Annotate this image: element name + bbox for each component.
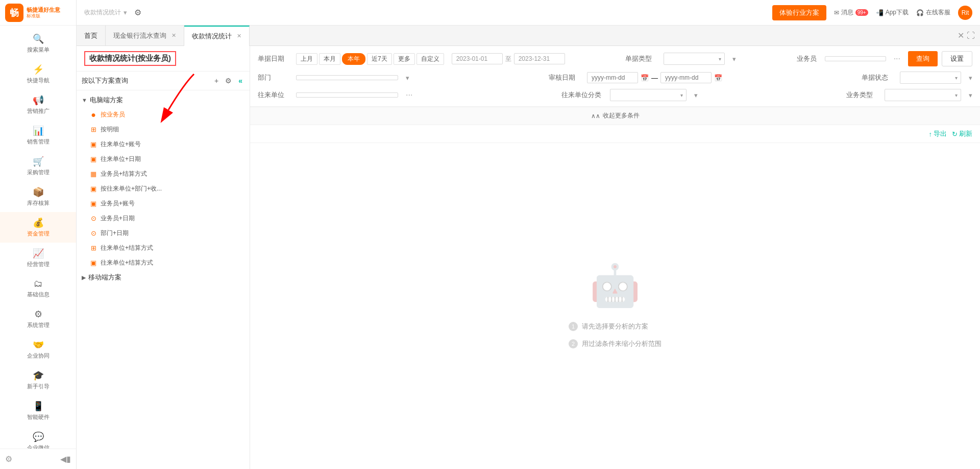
wechat-icon: 💬: [33, 431, 44, 442]
date-range: 至: [452, 53, 565, 64]
last-7-btn[interactable]: 近7天: [367, 53, 392, 65]
scheme-item-partner-date[interactable]: ▣ 往来单位+日期: [77, 152, 250, 167]
scheme-item-partner-settlement1[interactable]: ⊞ 往来单位+结算方式: [77, 241, 250, 255]
sidebar-item-purchase[interactable]: 🛒 采购管理: [0, 151, 76, 181]
dept-input[interactable]: [296, 75, 398, 80]
last-month-btn[interactable]: 上月: [296, 53, 317, 65]
sales-icon: 📊: [33, 125, 44, 136]
more-date-btn[interactable]: 更多: [394, 53, 415, 65]
partner-category-label: 往来单位分类: [561, 90, 602, 100]
scheme-item-by-detail[interactable]: ⊞ 按明细: [77, 122, 250, 137]
sidebar-item-marketing[interactable]: 📢 营销推广: [0, 89, 76, 120]
empty-state: 🤖 1 请先选择要分析的方案 2 用过滤条件来缩小分析范围: [250, 143, 980, 469]
sidebar-item-smart-hw[interactable]: 📱 智能硬件: [0, 395, 76, 426]
this-month-btn[interactable]: 本月: [319, 53, 340, 65]
scheme-item-partner-dept[interactable]: ▣ 按往来单位+部门+收...: [77, 181, 250, 196]
sidebar-item-operations[interactable]: 📈 经营管理: [0, 243, 76, 273]
refresh-button[interactable]: ↻ 刷新: [952, 129, 972, 138]
review-date-control: 📅 — 📅: [587, 72, 722, 83]
export-button[interactable]: ↑ 导出: [929, 129, 947, 138]
tabbar: 首页 现金银行流水查询 ✕ 收款情况统计 ✕ ✕ ⛶: [77, 26, 980, 46]
topbar-settings-btn[interactable]: ⚙: [132, 7, 143, 18]
mobile-arrow-icon: ▶: [82, 274, 86, 281]
date-from-input[interactable]: [452, 53, 503, 64]
smart-hw-icon: 📱: [33, 401, 44, 412]
operations-icon: 📈: [33, 248, 44, 259]
empty-steps-list: 1 请先选择要分析的方案 2 用过滤条件来缩小分析范围: [569, 320, 662, 350]
sidebar-bottom: ⚙ ◀▮: [0, 449, 76, 469]
scheme-group-desktop-header[interactable]: ▼ 电脑端方案: [77, 93, 250, 107]
business-type-expand-icon: ▾: [969, 91, 972, 99]
salesperson-more-icon[interactable]: ···: [894, 54, 900, 63]
tab-close-all-btn[interactable]: ✕: [958, 31, 964, 40]
business-type-select[interactable]: [885, 89, 961, 101]
user-avatar[interactable]: Rit: [958, 6, 972, 20]
tab-bank-flow[interactable]: 现金银行流水查询 ✕: [106, 26, 184, 46]
refresh-icon: ↻: [952, 130, 958, 138]
sidebar-item-system[interactable]: ⚙ 系统管理: [0, 303, 76, 334]
doc-status-select-wrapper: [900, 72, 961, 84]
desktop-scheme-items: ● 按业务员 ⊞ 按明细 ▣ 往来单位+账号 ▣: [77, 107, 250, 270]
app-download-area[interactable]: 📲 App下载: [876, 8, 909, 17]
scheme-item-salesperson-settlement[interactable]: ▦ 业务员+结算方式: [77, 167, 250, 181]
sidebar-item-finance[interactable]: 💰 资金管理: [0, 212, 76, 243]
inventory-icon: 📦: [33, 186, 44, 198]
sidebar-item-wechat[interactable]: 💬 企业微信: [0, 426, 76, 449]
scheme-item-salesperson-account[interactable]: ▣ 业务员+账号: [77, 196, 250, 211]
sidebar-item-sales[interactable]: 📊 销售管理: [0, 120, 76, 151]
topbar-right: 体验行业方案 ✉ 消息 99+ 📲 App下载 🎧 在线客服 Rit: [772, 5, 972, 20]
online-service-area[interactable]: 🎧 在线客服: [916, 8, 950, 17]
scheme-item-salesperson-date[interactable]: ⊙ 业务员+日期: [77, 211, 250, 226]
dept-label: 部门: [258, 73, 288, 82]
sidebar-collapse-btn[interactable]: ◀▮: [60, 454, 71, 464]
sidebar-settings-btn[interactable]: ⚙: [5, 454, 12, 464]
filter-section: 单据日期 上月 本月 本年 近7天 更多 自定义 至: [250, 46, 980, 124]
tab-home[interactable]: 首页: [77, 26, 106, 46]
sidebar-item-guide[interactable]: 🎓 新手引导: [0, 365, 76, 395]
sidebar-item-cooperation[interactable]: 🤝 企业协同: [0, 334, 76, 365]
tab-collection-stats-close[interactable]: ✕: [237, 33, 241, 39]
scheme-group-mobile-header[interactable]: ▶ 移动端方案: [77, 270, 250, 285]
doc-type-select[interactable]: [664, 53, 725, 65]
marketing-icon: 📢: [33, 95, 44, 106]
sidebar-item-inventory[interactable]: 📦 库存核算: [0, 181, 76, 212]
doc-status-expand-icon: ▾: [969, 74, 972, 82]
date-to-input[interactable]: [514, 53, 565, 64]
scheme-item-by-salesperson[interactable]: ● 按业务员: [77, 107, 250, 122]
sidebar-item-quick-nav[interactable]: ⚡ 快捷导航: [0, 59, 76, 89]
basic-info-icon: 🗂: [34, 278, 43, 289]
review-date-to[interactable]: [660, 72, 712, 83]
tab-bank-flow-close[interactable]: ✕: [172, 32, 176, 39]
calendar-icon-to[interactable]: 📅: [714, 74, 722, 82]
this-year-btn[interactable]: 本年: [342, 53, 365, 65]
scheme-settings-btn[interactable]: ⚙: [223, 76, 234, 86]
step-1-num: 1: [569, 322, 578, 331]
finance-icon: 💰: [33, 217, 44, 228]
add-scheme-btn[interactable]: +: [212, 76, 220, 86]
sidebar-item-basic-info[interactable]: 🗂 基础信息: [0, 273, 76, 303]
doc-status-select[interactable]: [900, 72, 961, 84]
scheme-item-dept-date[interactable]: ⊙ 部门+日期: [77, 226, 250, 241]
message-area[interactable]: ✉ 消息 99+: [834, 8, 868, 17]
settings-button[interactable]: 设置: [942, 51, 972, 66]
scheme-item-partner-settlement2[interactable]: ▣ 往来单位+结算方式: [77, 255, 250, 270]
scheme-item-partner-account[interactable]: ▣ 往来单位+账号: [77, 137, 250, 152]
partner-input[interactable]: [296, 92, 398, 98]
salesperson-input[interactable]: [825, 56, 886, 61]
trial-button[interactable]: 体验行业方案: [772, 5, 826, 20]
collapse-bar[interactable]: ∧∧ 收起更多条件: [250, 107, 980, 124]
sidebar-item-search[interactable]: 🔍 搜索菜单: [0, 28, 76, 59]
partner-account-icon: ▣: [89, 140, 97, 149]
partner-more-icon[interactable]: ···: [406, 90, 412, 100]
scheme-group-desktop: ▼ 电脑端方案 ● 按业务员 ⊞ 按明细 ▣: [77, 93, 250, 270]
custom-date-btn[interactable]: 自定义: [416, 53, 444, 65]
review-date-from[interactable]: [587, 72, 638, 83]
breadcrumb: 收款情况统计 ▾: [84, 8, 127, 17]
calendar-icon-from[interactable]: 📅: [641, 74, 649, 82]
query-button[interactable]: 查询: [908, 51, 938, 66]
tab-collection-stats[interactable]: 收款情况统计 ✕: [184, 26, 250, 46]
scheme-list: ▼ 电脑端方案 ● 按业务员 ⊞ 按明细 ▣: [77, 90, 250, 469]
collapse-panel-btn[interactable]: «: [236, 76, 244, 86]
partner-category-select[interactable]: [610, 89, 687, 101]
tab-expand-btn[interactable]: ⛶: [967, 31, 975, 40]
